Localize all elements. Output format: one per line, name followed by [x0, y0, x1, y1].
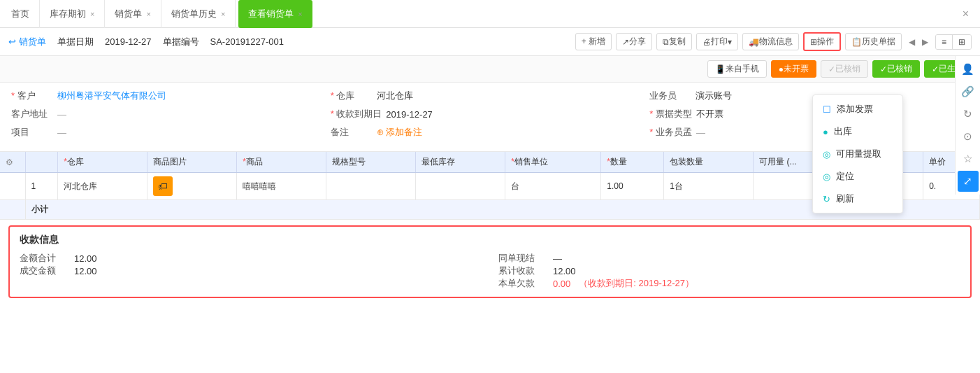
same-bill-value: — [553, 253, 562, 264]
sidebar-expand-icon[interactable]: ⤢ [958, 171, 979, 192]
tab-inventory-close[interactable]: × [90, 10, 94, 18]
cell-settings [0, 173, 25, 200]
window-close-button[interactable]: × [957, 8, 974, 20]
sidebar-contact-icon[interactable]: 👤 [958, 59, 979, 80]
logistics-icon: 🚚 [749, 37, 759, 47]
dropdown-item-add-invoice[interactable]: ☐ 添加发票 [813, 98, 902, 120]
view-grid-button[interactable]: ⊞ [953, 35, 971, 49]
sidebar-rotate-icon[interactable]: ↻ [958, 104, 979, 125]
sidebar-link-icon[interactable]: 🔗 [958, 81, 979, 102]
confirm-button[interactable]: ✓ 已核销 [821, 60, 868, 78]
col-settings[interactable]: ⚙ [0, 152, 25, 173]
dropdown-item-outbound[interactable]: ● 出库 [813, 120, 902, 143]
staff-label: 业务员 [649, 90, 691, 102]
due-date-value: 2019-12-27 [382, 109, 437, 120]
ticket-icon: ● [779, 64, 784, 74]
not-open-button[interactable]: ● 未开票 [771, 60, 816, 78]
dropdown-item-locate[interactable]: ◎ 定位 [813, 165, 902, 188]
phone-icon: 📱 [715, 64, 726, 74]
from-phone-label: 来自手机 [726, 63, 759, 75]
product-image [153, 176, 173, 196]
copy-icon: ⧉ [663, 37, 669, 47]
refresh-icon: ↻ [823, 194, 830, 204]
view-list-button[interactable]: ≡ [936, 35, 953, 49]
doc-type-label: 销货单 [19, 36, 46, 48]
new-button[interactable]: + 新增 [575, 33, 612, 50]
sidebar-star-icon[interactable]: ☆ [958, 148, 979, 169]
nav-prev-button[interactable]: ◀ [906, 36, 918, 48]
doc-meta: 单据日期 2019-12-27 单据编号 SA-20191227-001 [57, 36, 575, 48]
summary-row-total: 金额合计 12.00 [20, 252, 482, 265]
warehouse-value: 河北仓库 [373, 90, 417, 102]
nav-arrows: ◀ ▶ [906, 36, 931, 48]
customer-value[interactable]: 柳州粤港平安气体有限公司 [53, 90, 171, 102]
project-field: 项目 — [11, 126, 331, 139]
print-label: 打印 [711, 36, 728, 48]
same-bill-label: 同单现结 [498, 252, 547, 265]
dropdown-item-refresh[interactable]: ↻ 刷新 [813, 188, 902, 210]
cell-product-img [147, 173, 237, 200]
main-container: ↩ 销货单 单据日期 2019-12-27 单据编号 SA-20191227-0… [0, 28, 980, 373]
doc-icon: ↩ [8, 36, 16, 47]
tab-check-sales[interactable]: 查看销货单 × [238, 0, 312, 28]
toolbar-row: 📱 来自手机 ● 未开票 ✓ 已核销 ✓ 已核销 ✓ 已生效 [0, 56, 980, 83]
settings-icon[interactable]: ⚙ [6, 157, 13, 167]
doc-type: ↩ 销货单 [8, 36, 46, 48]
nav-next-button[interactable]: ▶ [919, 36, 931, 48]
locate-label: 定位 [836, 170, 854, 183]
sidebar-user-icon[interactable]: ⊙ [958, 126, 979, 147]
locate-icon: ◎ [823, 171, 830, 182]
project-value: — [53, 127, 71, 138]
remark-field: 备注 ⊕ 添加备注 [331, 126, 650, 139]
cumulative-value: 12.00 [553, 266, 576, 276]
cell-product: 嘻嘻嘻嘻 [237, 173, 326, 200]
date-value: 2019-12-27 [105, 36, 152, 47]
tab-home[interactable]: 首页 [6, 0, 40, 28]
arrears-label: 本单欠款 [498, 277, 547, 290]
dropdown-menu: ☐ 添加发票 ● 出库 ◎ 可用量提取 ◎ 定位 ↻ 刷新 [812, 94, 903, 213]
ticket-value: 不开票 [692, 108, 728, 120]
available-label: 可用量提取 [836, 148, 881, 160]
dropdown-item-available[interactable]: ◎ 可用量提取 [813, 143, 902, 165]
col-unit: *销售单位 [505, 152, 601, 173]
check-icon: ✓ [828, 64, 835, 74]
summary-row-deal: 成交金额 12.00 [20, 265, 482, 277]
share-label: 分享 [629, 36, 646, 48]
cell-unit: 台 [505, 173, 601, 200]
tab-sales-history[interactable]: 销货单历史 × [161, 0, 236, 28]
tab-inventory[interactable]: 库存期初 × [40, 0, 105, 28]
copy-button[interactable]: ⧉ 复制 [656, 33, 692, 50]
summary-left: 金额合计 12.00 成交金额 12.00 [20, 252, 482, 290]
available-icon: ◎ [823, 149, 830, 160]
staff-value: 演示账号 [691, 90, 736, 102]
tab-sales-close[interactable]: × [146, 10, 150, 18]
refresh-label: 刷新 [836, 192, 854, 205]
tab-check-close[interactable]: × [298, 10, 302, 18]
remark-add-button[interactable]: ⊕ 添加备注 [373, 126, 427, 139]
outbound-icon: ● [823, 127, 828, 137]
share-button[interactable]: ↗ 分享 [616, 33, 652, 50]
from-phone-button[interactable]: 📱 来自手机 [707, 60, 767, 78]
tab-bar: 首页 库存期初 × 销货单 × 销货单历史 × 查看销货单 × × [0, 0, 980, 28]
add-invoice-label: 添加发票 [837, 103, 873, 115]
operations-button[interactable]: ⊞ 操作 [803, 32, 841, 51]
history-button[interactable]: 📋 历史单据 [845, 33, 902, 50]
tab-history-close[interactable]: × [221, 10, 225, 18]
summary-grid: 金额合计 12.00 成交金额 12.00 同单现结 — 累计收款 12.00 [20, 252, 960, 290]
deal-label: 成交金额 [20, 265, 69, 277]
tab-inventory-label: 库存期初 [50, 8, 86, 20]
due-date-field: 收款到期日 2019-12-27 [331, 108, 650, 120]
logistics-label: 物流信息 [759, 36, 793, 48]
print-icon: 🖨 [702, 37, 711, 47]
tab-sales-order[interactable]: 销货单 × [105, 0, 161, 28]
confirm-label: 已核销 [835, 63, 860, 75]
cancel-sale-button[interactable]: ✓ 已核销 [872, 60, 920, 78]
col-warehouse: *仓库 [58, 152, 147, 173]
warehouse-label: 仓库 [331, 90, 373, 102]
warehouse-field: 仓库 河北仓库 [331, 90, 650, 102]
deal-value: 12.00 [74, 266, 97, 276]
print-button[interactable]: 🖨 打印 ▾ [696, 33, 738, 50]
arrears-extra: （收款到期日: 2019-12-27） [579, 277, 694, 290]
add-invoice-icon: ☐ [823, 104, 831, 115]
logistics-button[interactable]: 🚚 物流信息 [742, 33, 799, 50]
